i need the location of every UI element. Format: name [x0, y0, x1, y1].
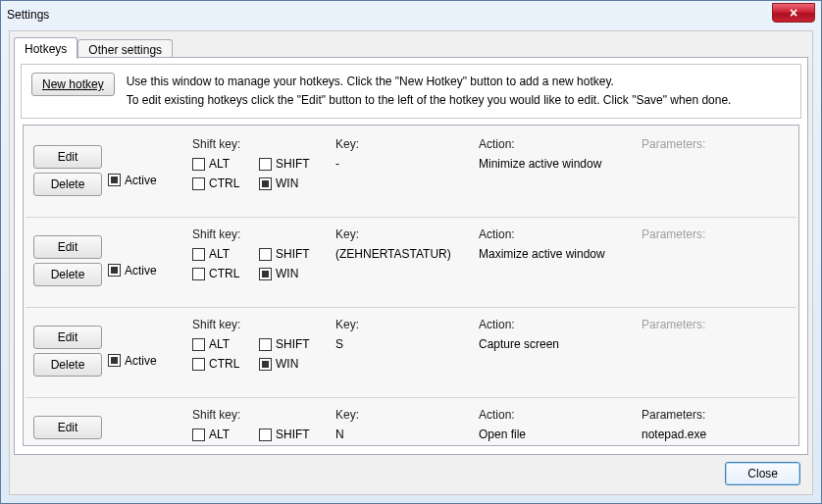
tab-other-settings[interactable]: Other settings — [77, 39, 173, 59]
close-button[interactable]: Close — [725, 462, 800, 485]
parameters-cell: Parameters: — [642, 318, 789, 383]
action-header: Action: — [479, 227, 636, 241]
modkey-cell: SHIFT — [259, 337, 318, 351]
shiftkey-header: Shift key: — [192, 227, 330, 241]
key-cell: Key:N — [335, 408, 473, 443]
shiftkey-header: Shift key: — [192, 137, 330, 151]
alt-checkbox[interactable] — [192, 428, 205, 441]
alt-label: ALT — [209, 428, 230, 441]
alt-label: ALT — [209, 337, 230, 351]
row-buttons: EditDelete — [33, 408, 102, 443]
shiftkey-cell: Shift key:ALTSHIFTCTRLWIN — [192, 227, 330, 293]
hotkey-scroll[interactable]: EditDeleteActiveShift key:ALTSHIFTCTRLWI… — [26, 127, 796, 443]
hotkey-row: EditDeleteActiveShift key:ALTSHIFTCTRLWI… — [26, 127, 796, 218]
parameters-header: Parameters: — [642, 318, 789, 331]
active-cell: Active — [108, 137, 186, 203]
shiftkey-cell: Shift key:ALTSHIFTCTRLWIN — [192, 318, 330, 383]
parameters-cell: Parameters:notepad.exe — [642, 408, 789, 443]
key-cell: Key:S — [335, 318, 473, 383]
help-line-1: Use this window to manage your hotkeys. … — [127, 73, 732, 91]
active-cell: Active — [108, 227, 186, 293]
action-cell: Action:Open file — [479, 408, 636, 443]
key-value: (ZEHNERTASTATUR) — [335, 247, 473, 261]
ctrl-label: CTRL — [209, 267, 239, 280]
win-label: WIN — [276, 267, 298, 280]
parameters-header: Parameters: — [642, 137, 789, 151]
parameters-cell: Parameters: — [642, 137, 789, 203]
hotkey-row: EditDeleteActiveShift key:ALTSHIFTCTRLWI… — [26, 398, 796, 443]
delete-button[interactable]: Delete — [33, 173, 102, 196]
shift-checkbox[interactable] — [259, 248, 272, 261]
action-cell: Action:Minimize active window — [479, 137, 636, 203]
active-checkbox[interactable] — [108, 354, 121, 367]
win-checkbox[interactable] — [259, 358, 272, 371]
shift-checkbox[interactable] — [259, 338, 272, 351]
active-checkbox[interactable] — [108, 174, 121, 186]
row-buttons: EditDelete — [33, 137, 102, 203]
window-close-button[interactable]: × — [772, 3, 815, 23]
shiftkey-cell: Shift key:ALTSHIFTCTRLWIN — [192, 137, 330, 203]
help-line-2: To edit existing hotkeys click the "Edit… — [127, 91, 732, 110]
shift-label: SHIFT — [276, 157, 310, 171]
dialog-footer: Close — [14, 457, 808, 490]
edit-button[interactable]: Edit — [33, 235, 102, 259]
shiftkey-grid: ALTSHIFTCTRLWIN — [192, 157, 330, 190]
action-value: Minimize active window — [479, 157, 636, 171]
modkey-cell: ALT — [192, 428, 251, 441]
key-cell: Key:(ZEHNERTASTATUR) — [335, 227, 473, 293]
shiftkey-cell: Shift key:ALTSHIFTCTRLWIN — [192, 408, 330, 443]
win-checkbox[interactable] — [259, 177, 272, 190]
window-title: Settings — [7, 8, 49, 22]
parameters-value: notepad.exe — [642, 428, 789, 441]
alt-checkbox[interactable] — [192, 248, 205, 261]
action-header: Action: — [479, 408, 636, 422]
alt-checkbox[interactable] — [192, 338, 205, 351]
ctrl-checkbox[interactable] — [192, 268, 205, 280]
key-value: - — [335, 157, 473, 171]
modkey-cell: SHIFT — [259, 157, 318, 171]
hotkey-row: EditDeleteActiveShift key:ALTSHIFTCTRLWI… — [26, 218, 796, 308]
shiftkey-grid: ALTSHIFTCTRLWIN — [192, 337, 330, 371]
edit-button[interactable]: Edit — [33, 326, 102, 349]
action-value: Open file — [479, 428, 636, 441]
tab-hotkeys[interactable]: Hotkeys — [14, 37, 77, 59]
ctrl-checkbox[interactable] — [192, 358, 205, 371]
ctrl-checkbox[interactable] — [192, 177, 205, 190]
modkey-cell: CTRL — [192, 176, 251, 190]
help-panel: New hotkey Use this window to manage you… — [21, 64, 801, 119]
active-cell: Active — [108, 408, 186, 443]
shiftkey-header: Shift key: — [192, 318, 330, 331]
win-label: WIN — [276, 176, 298, 190]
win-checkbox[interactable] — [259, 268, 272, 280]
hotkey-row: EditDeleteActiveShift key:ALTSHIFTCTRLWI… — [26, 308, 796, 398]
edit-button[interactable]: Edit — [33, 416, 102, 439]
active-cell: Active — [108, 318, 186, 383]
key-header: Key: — [335, 318, 473, 331]
alt-checkbox[interactable] — [192, 158, 205, 171]
shift-checkbox[interactable] — [259, 428, 272, 441]
active-checkbox[interactable] — [108, 264, 121, 277]
titlebar: Settings × — [1, 1, 821, 28]
settings-window: Settings × Hotkeys Other settings New ho… — [0, 0, 822, 504]
action-value: Maximize active window — [479, 247, 636, 261]
delete-button[interactable]: Delete — [33, 443, 102, 444]
edit-button[interactable]: Edit — [33, 145, 102, 169]
modkey-cell: SHIFT — [259, 428, 318, 441]
delete-button[interactable]: Delete — [33, 263, 102, 286]
modkey-cell: CTRL — [192, 357, 251, 371]
new-hotkey-button[interactable]: New hotkey — [31, 73, 115, 96]
action-header: Action: — [479, 137, 636, 151]
modkey-cell: WIN — [259, 267, 318, 280]
client-area: Hotkeys Other settings New hotkey Use th… — [9, 30, 813, 495]
modkey-cell: WIN — [259, 357, 318, 371]
shift-label: SHIFT — [276, 247, 310, 261]
shift-checkbox[interactable] — [259, 158, 272, 171]
active-label: Active — [125, 174, 157, 187]
modkey-cell: SHIFT — [259, 247, 318, 261]
delete-button[interactable]: Delete — [33, 353, 102, 377]
active-label: Active — [125, 354, 157, 368]
tab-page-hotkeys: New hotkey Use this window to manage you… — [14, 57, 808, 455]
key-value: S — [335, 337, 473, 351]
key-header: Key: — [335, 137, 473, 151]
shiftkey-header: Shift key: — [192, 408, 330, 422]
